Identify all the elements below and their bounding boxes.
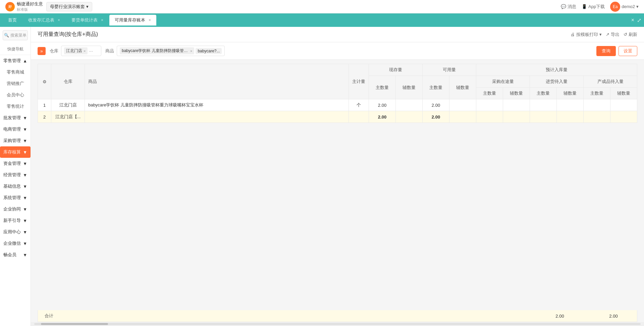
footer-stock-main: 2.00 xyxy=(546,314,573,319)
cell-inbound-aux-2 xyxy=(557,111,584,123)
warehouse-tag-close[interactable]: × xyxy=(84,49,86,53)
sidebar-group-operation-header[interactable]: 经营管理 ▼ xyxy=(0,169,31,181)
sidebar-group-system: 系统管理 ▼ xyxy=(0,192,31,203)
warehouse-more-btn[interactable]: ··· xyxy=(89,48,93,54)
message-btn[interactable]: 💬 消息 xyxy=(561,4,576,10)
tab-available-stock[interactable]: 可用量库存账本 × xyxy=(109,15,156,26)
cell-inbound-main-1 xyxy=(530,99,557,111)
filter-buttons: 查询 设置 xyxy=(596,46,637,56)
main-layout: 🔍 搜索菜单 快捷导航 零售管理 ▲ 零售商城 营销推广 会员中心 零售统计 批… xyxy=(0,27,644,326)
cell-purchase-main-2 xyxy=(476,111,503,123)
cell-inbound-aux-1 xyxy=(557,99,584,111)
cell-warehouse-2: 江北门店【... xyxy=(51,111,85,123)
sidebar-group-wechat-header[interactable]: 企业微信 ▼ xyxy=(0,238,31,249)
sidebar-group-operation: 经营管理 ▼ xyxy=(0,169,31,181)
sidebar-group-ecommerce-header[interactable]: 电商管理 ▼ xyxy=(0,124,31,135)
chevron-down-icon: ▾ xyxy=(86,4,89,9)
tab-home[interactable]: 首页 xyxy=(3,15,22,26)
search-menu-btn[interactable]: 🔍 搜索菜单 xyxy=(3,30,28,40)
th-stock-aux: 辅数量 xyxy=(396,76,423,99)
th-prod-main: 主数量 xyxy=(584,88,610,99)
sidebar-item-marketing[interactable]: 营销推广 xyxy=(0,78,31,89)
sidebar-item-retail-stats[interactable]: 零售统计 xyxy=(0,101,31,112)
sidebar-group-enterprise-header[interactable]: 企业协同 ▼ xyxy=(0,203,31,215)
chevron-icon: ▼ xyxy=(23,252,27,258)
sidebar-item-retail-mall[interactable]: 零售商城 xyxy=(0,66,31,78)
cell-unit-1: 个 xyxy=(349,99,369,111)
logo-area: 好 畅捷通好生意 标准版 xyxy=(5,1,43,12)
tab-order-stat[interactable]: 要货单统计表 × xyxy=(66,15,109,26)
cell-avail-aux-2 xyxy=(449,111,476,123)
sidebar-group-finance-header[interactable]: 资金管理 ▼ xyxy=(0,158,31,169)
chevron-icon: ▼ xyxy=(23,127,27,132)
chevron-icon: ▼ xyxy=(23,230,27,235)
page-header: 可用量查询(按仓库+商品) 🖨 按模板打印 ▾ ↗ 导出 ↺ 刷新 xyxy=(31,27,644,42)
th-prod-aux: 辅数量 xyxy=(610,88,637,99)
download-icon: 📱 xyxy=(582,4,587,9)
tab-receive-pay[interactable]: 收发存汇总表 × xyxy=(23,15,65,26)
cell-prod-main-2 xyxy=(584,111,610,123)
th-inbound-pending: 进货待入量 xyxy=(530,76,584,88)
horizontal-scrollbar[interactable] xyxy=(31,322,644,326)
sidebar-group-newbie-header[interactable]: 新手引导 ▼ xyxy=(0,215,31,226)
th-product: 商品 xyxy=(85,64,349,99)
close-all-tabs-btn[interactable]: × xyxy=(631,17,634,23)
chevron-icon: ▲ xyxy=(23,58,27,63)
chevron-icon: ▼ xyxy=(23,161,27,166)
chevron-icon: ▼ xyxy=(23,207,27,212)
user-menu[interactable]: Ea demo2 ▾ xyxy=(610,2,639,12)
sidebar-search-area: 🔍 搜索菜单 xyxy=(0,27,31,44)
sidebar-group-purchase-header[interactable]: 采购管理 ▼ xyxy=(0,135,31,146)
product-input[interactable]: babycare学饮杯 儿童防摔防撞吸管杯重力球吸嘴杯宝宝水杯 × babyca… xyxy=(117,46,225,56)
filter-expand-btn[interactable]: » xyxy=(38,47,46,55)
th-settings[interactable]: ⚙ xyxy=(38,64,51,99)
th-purchase-transit: 采购在途量 xyxy=(476,76,530,88)
refresh-btn[interactable]: ↺ 刷新 xyxy=(624,32,637,38)
warehouse-input[interactable]: 江北门店 × ··· xyxy=(61,46,101,56)
app-download-btn[interactable]: 📱 App下载 xyxy=(582,4,605,10)
th-stock-main: 主数量 xyxy=(369,76,396,99)
sidebar-group-system-header[interactable]: 系统管理 ▼ xyxy=(0,192,31,203)
table-footer: 合计 2.00 2.00 xyxy=(38,310,637,322)
product-tag-1-close[interactable]: × xyxy=(190,49,192,53)
sidebar-group-stock-header[interactable]: 库存核算 ▼ xyxy=(0,146,31,158)
chevron-icon: ▼ xyxy=(23,184,27,189)
sidebar-group-wechat: 企业微信 ▼ xyxy=(0,238,31,249)
product-tag-1: babycare学饮杯 儿童防摔防撞吸管杯重力球吸嘴杯宝宝水杯 × xyxy=(120,47,194,54)
export-btn[interactable]: ↗ 导出 xyxy=(606,32,620,38)
page-title: 可用量查询(按仓库+商品) xyxy=(38,31,98,38)
sidebar-group-member-header[interactable]: 畅会员 ▼ xyxy=(0,249,31,261)
settings-btn[interactable]: 设置 xyxy=(619,46,637,56)
scrollbar-track xyxy=(34,323,641,325)
query-btn[interactable]: 查询 xyxy=(596,46,616,56)
sidebar-group-appcenter-header[interactable]: 应用中心 ▼ xyxy=(0,226,31,238)
tab-close-receive-pay[interactable]: × xyxy=(58,18,60,22)
avatar: Ea xyxy=(610,2,620,12)
cell-stock-aux-2 xyxy=(396,111,423,123)
scrollbar-thumb[interactable] xyxy=(41,323,108,325)
template-print-btn[interactable]: 🖨 按模板打印 ▾ xyxy=(571,32,602,38)
th-available: 可用量 xyxy=(423,64,476,76)
sidebar-group-wholesale-header[interactable]: 批发管理 ▼ xyxy=(0,112,31,124)
top-bar-left: 好 畅捷通好生意 标准版 母婴行业演示账套 ▾ xyxy=(5,1,92,12)
table-area: ⚙ 仓库 商品 主计量 现存量 可用量 预计入库量 主数量 辅数量 主数量 辅数… xyxy=(31,60,644,310)
sidebar-group-member: 畅会员 ▼ xyxy=(0,249,31,261)
cell-no-1: 1 xyxy=(38,99,51,111)
sidebar-group-basics-header[interactable]: 基础信息 ▼ xyxy=(0,181,31,192)
sidebar-item-quick-nav[interactable]: 快捷导航 xyxy=(0,44,31,55)
tab-close-available-stock[interactable]: × xyxy=(149,18,151,22)
data-table: ⚙ 仓库 商品 主计量 现存量 可用量 预计入库量 主数量 辅数量 主数量 辅数… xyxy=(38,64,637,123)
chevron-icon: ▼ xyxy=(23,173,27,178)
settings-icon: ⚙ xyxy=(43,79,47,84)
warehouse-tag: 江北门店 × xyxy=(64,47,88,54)
top-bar: 好 畅捷通好生意 标准版 母婴行业演示账套 ▾ 💬 消息 📱 App下载 Ea … xyxy=(0,0,644,13)
print-icon: 🖨 xyxy=(571,32,575,37)
tab-close-order-stat[interactable]: × xyxy=(101,18,103,22)
product-filter-group: 商品 babycare学饮杯 儿童防摔防撞吸管杯重力球吸嘴杯宝宝水杯 × bab… xyxy=(105,46,225,56)
sidebar-group-retail-header[interactable]: 零售管理 ▲ xyxy=(0,55,31,66)
chevron-down-icon: ▾ xyxy=(636,4,639,9)
sidebar-item-members[interactable]: 会员中心 xyxy=(0,89,31,101)
th-unit: 主计量 xyxy=(349,64,369,99)
expand-icon[interactable]: ⤢ xyxy=(637,17,641,24)
industry-select[interactable]: 母婴行业演示账套 ▾ xyxy=(46,2,92,11)
